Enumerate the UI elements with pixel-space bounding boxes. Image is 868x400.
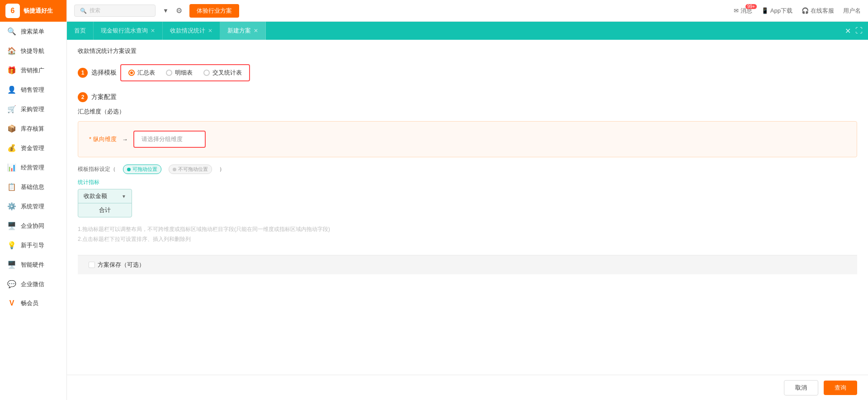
- tips-section: 1.拖动标题栏可以调整布局，不可跨维度或指标区域拖动栏目字段(只能在同一维度或指…: [78, 225, 857, 244]
- save-checkbox[interactable]: [89, 262, 95, 268]
- settings-icon[interactable]: ⚙: [176, 6, 182, 15]
- inventory-icon: 📦: [7, 124, 16, 133]
- metrics-header-label: 模板指标设定（: [78, 165, 116, 173]
- tab-cashflow-close-icon[interactable]: ✕: [151, 28, 155, 34]
- query-button[interactable]: 查询: [824, 381, 857, 395]
- metrics-cell: 收款金额 ▼ 合计: [78, 189, 132, 217]
- topbar-right: ✉ 消息 99+ 📱 App下载 🎧 在线客服 用户名: [734, 7, 861, 15]
- draggable-label: 可拖动位置: [132, 166, 157, 173]
- tab-collection-stats-label: 收款情况统计: [170, 27, 205, 35]
- bottom-bar: 取消 查询: [67, 375, 868, 400]
- download-icon: 📱: [761, 7, 769, 14]
- page-footer: 方案保存（可选）: [78, 255, 857, 274]
- dimension-arrow-icon: →: [122, 136, 128, 143]
- save-label: 方案保存（可选）: [98, 261, 145, 269]
- radio-summary[interactable]: 汇总表: [128, 69, 155, 77]
- tab-collection-stats-close-icon[interactable]: ✕: [208, 28, 212, 34]
- tab-new-plan-close-icon[interactable]: ✕: [254, 28, 258, 34]
- sidebar-item-search-menu[interactable]: 🔍 搜索菜单: [0, 22, 66, 41]
- sidebar-item-label: 营销推广: [21, 66, 44, 75]
- metrics-cell-body: 合计: [78, 203, 132, 217]
- metrics-header-close: ）: [219, 165, 225, 173]
- vertical-dim-row: * 纵向维度 → 请选择分组维度: [89, 131, 206, 148]
- save-checkbox-label[interactable]: 方案保存（可选）: [89, 261, 145, 269]
- app-download-button[interactable]: 📱 App下载: [761, 7, 793, 15]
- service-label: 在线客服: [811, 7, 834, 15]
- sidebar-item-label: 系统管理: [21, 202, 44, 211]
- online-service-button[interactable]: 🎧 在线客服: [802, 7, 834, 15]
- sidebar-logo: 6 畅捷通好生: [0, 0, 66, 22]
- tabs-actions: ✕ ⛶: [840, 22, 868, 40]
- radio-cross-dot: [203, 70, 210, 76]
- sidebar-item-enterprise-collab[interactable]: 🖥️ 企业协同: [0, 216, 66, 235]
- dim-select[interactable]: 请选择分组维度: [133, 131, 206, 148]
- purchase-icon: 🛒: [7, 105, 16, 113]
- basic-info-icon: 📋: [7, 183, 16, 191]
- topbar-dropdown[interactable]: ▼: [163, 7, 169, 14]
- sidebar-nav: 🔍 搜索菜单 🏠 快捷导航 🎁 营销推广 👤 销售管理 🛒 采购管理 📦 库存核…: [0, 22, 66, 400]
- sidebar-item-operations[interactable]: 📊 经营管理: [0, 158, 66, 177]
- sidebar-item-marketing[interactable]: 🎁 营销推广: [0, 61, 66, 80]
- sales-icon: 👤: [7, 85, 16, 94]
- sidebar-item-label: 采购管理: [21, 105, 44, 113]
- marketing-icon: 🎁: [7, 66, 16, 75]
- step1-section: 1 选择模板 汇总表 明细表 交叉统计表: [78, 64, 857, 81]
- step1-header: 1 选择模板 汇总表 明细表 交叉统计表: [78, 64, 857, 81]
- tab-expand-icon[interactable]: ⛶: [855, 27, 863, 35]
- radio-cross-label: 交叉统计表: [212, 69, 242, 77]
- radio-cross[interactable]: 交叉统计表: [203, 69, 242, 77]
- sidebar-item-label: 经营管理: [21, 164, 44, 172]
- sidebar-item-smart-hardware[interactable]: 🖥️ 智能硬件: [0, 255, 66, 274]
- tab-new-plan-label: 新建方案: [227, 27, 251, 35]
- sidebar-item-system[interactable]: ⚙️ 系统管理: [0, 197, 66, 216]
- sidebar-item-basic-info[interactable]: 📋 基础信息: [0, 177, 66, 197]
- tip1: 1.拖动标题栏可以调整布局，不可跨维度或指标区域拖动栏目字段(只能在同一维度或指…: [78, 225, 857, 235]
- system-icon: ⚙️: [7, 202, 16, 211]
- sidebar-item-label: 畅会员: [21, 299, 38, 307]
- message-button[interactable]: ✉ 消息 99+: [734, 7, 752, 15]
- metrics-section: 统计指标 收款金额 ▼ 合计: [78, 179, 857, 217]
- message-icon: ✉: [734, 7, 739, 14]
- member-icon: V: [7, 299, 16, 307]
- draggable-dot: [127, 168, 131, 171]
- sidebar-item-label: 快捷导航: [21, 47, 44, 55]
- sidebar-item-inventory[interactable]: 📦 库存核算: [0, 119, 66, 138]
- radio-detail-label: 明细表: [175, 69, 193, 77]
- dimension-area: * 纵向维度 → 请选择分组维度: [78, 121, 857, 157]
- tab-new-plan[interactable]: 新建方案 ✕: [220, 22, 266, 40]
- quick-nav-icon: 🏠: [7, 47, 16, 55]
- sidebar-item-enterprise-wechat[interactable]: 💬 企业微信: [0, 274, 66, 294]
- metrics-dropdown-icon[interactable]: ▼: [122, 194, 126, 199]
- dropdown-arrow-icon: ▼: [163, 7, 169, 14]
- sidebar-item-quick-nav[interactable]: 🏠 快捷导航: [0, 41, 66, 61]
- sidebar-item-sales[interactable]: 👤 销售管理: [0, 80, 66, 99]
- radio-detail[interactable]: 明细表: [166, 69, 193, 77]
- tab-cashflow[interactable]: 现金银行流水查询 ✕: [94, 22, 163, 40]
- tab-collection-stats[interactable]: 收款情况统计 ✕: [163, 22, 220, 40]
- tab-home-label: 首页: [74, 27, 86, 35]
- sidebar-item-member[interactable]: V 畅会员: [0, 294, 66, 313]
- new-guide-icon: 💡: [7, 241, 16, 249]
- tab-close-all-icon[interactable]: ✕: [845, 27, 851, 35]
- smart-hardware-icon: 🖥️: [7, 260, 16, 269]
- search-menu-icon: 🔍: [7, 27, 16, 36]
- step1-num: 1: [78, 68, 88, 78]
- user-menu[interactable]: 用户名: [843, 7, 861, 15]
- step1-title: 选择模板: [91, 69, 117, 77]
- sidebar-item-new-guide[interactable]: 💡 新手引导: [0, 235, 66, 255]
- trial-button[interactable]: 体验行业方案: [189, 4, 239, 18]
- user-label: 用户名: [843, 7, 861, 15]
- message-badge: 99+: [745, 4, 757, 9]
- cancel-button[interactable]: 取消: [784, 380, 818, 395]
- non-draggable-label: 不可拖动位置: [178, 166, 208, 173]
- sidebar-item-funds[interactable]: 💰 资金管理: [0, 138, 66, 158]
- metrics-cell-header[interactable]: 收款金额 ▼: [78, 189, 132, 203]
- metrics-col-header: 收款金额: [84, 192, 107, 200]
- search-box[interactable]: 🔍 搜索: [74, 5, 156, 17]
- tab-cashflow-label: 现金银行流水查询: [101, 27, 148, 35]
- step2-title: 方案配置: [91, 93, 117, 101]
- tab-home[interactable]: 首页: [67, 22, 94, 40]
- sidebar-item-purchase[interactable]: 🛒 采购管理: [0, 99, 66, 119]
- enterprise-collab-icon: 🖥️: [7, 221, 16, 230]
- sidebar-item-label: 销售管理: [21, 86, 44, 94]
